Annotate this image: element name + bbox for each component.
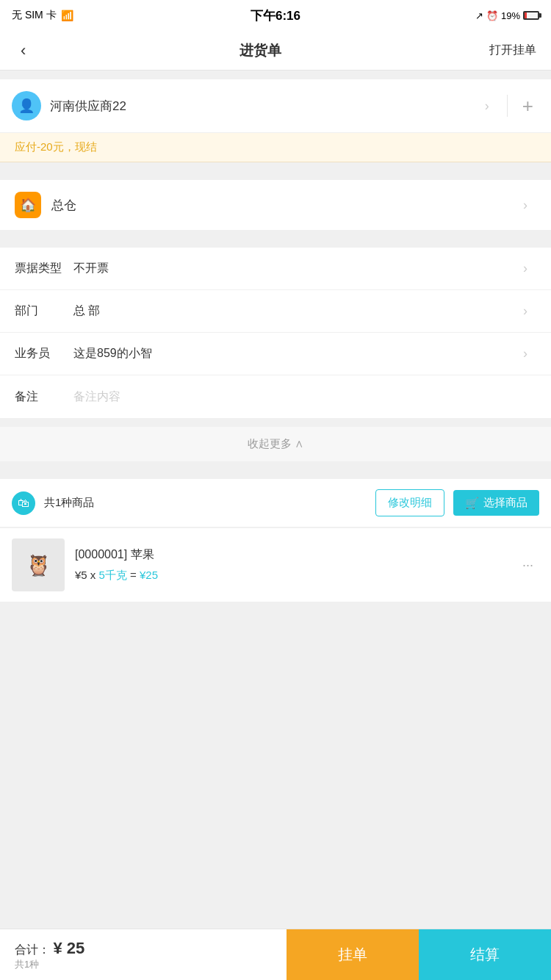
gap-4 xyxy=(0,461,551,470)
battery-icon xyxy=(523,11,539,20)
product-more-button[interactable]: ··· xyxy=(516,555,539,576)
invoice-label: 票据类型 xyxy=(15,261,73,276)
salesperson-label: 业务员 xyxy=(15,346,73,361)
warehouse-section: 🏠 总仓 › xyxy=(0,180,551,230)
bag-icon: 🛍 xyxy=(18,497,29,510)
warning-text: 应付-20元，现结 xyxy=(15,140,97,153)
warehouse-name: 总仓 xyxy=(51,197,523,214)
warehouse-chevron-icon: › xyxy=(523,198,527,213)
collapse-label: 收起更多 ∧ xyxy=(248,437,303,450)
products-icon: 🛍 xyxy=(12,491,35,515)
products-header: 🛍 共1种商品 修改明细 🛒 选择商品 xyxy=(0,479,551,527)
product-code: [0000001] 苹果 xyxy=(75,548,154,561)
status-right: ↗ ⏰ 19% xyxy=(475,10,539,21)
content-area: 👤 河南供应商22 › + 应付-20元，现结 🏠 总仓 › 票据类型 不开票 … xyxy=(0,71,551,660)
add-supplier-button[interactable]: + xyxy=(516,92,539,120)
total-count: 共1种 xyxy=(15,958,272,971)
bottom-bar: 合计： ¥ 25 共1种 挂单 结算 xyxy=(0,929,551,980)
form-section: 票据类型 不开票 › 部门 总 部 › 业务员 这是859的小智 › 备注 备注… xyxy=(0,248,551,418)
supplier-divider xyxy=(507,95,508,117)
warehouse-icon: 🏠 xyxy=(15,192,41,218)
back-button[interactable]: ‹ xyxy=(15,35,32,66)
select-product-button[interactable]: 🛒 选择商品 xyxy=(453,490,539,516)
battery-percent: 19% xyxy=(501,10,520,21)
total-value: ¥ 25 xyxy=(53,939,84,957)
owl-icon: 🦉 xyxy=(26,553,51,577)
salesperson-value: 这是859的小智 xyxy=(73,346,523,361)
dept-chevron-icon: › xyxy=(523,303,527,319)
cart-icon: 🛒 xyxy=(465,497,479,510)
location-icon: ↗ xyxy=(475,10,483,21)
carrier-label: 无 SIM 卡 xyxy=(12,9,57,22)
status-time: 下午6:16 xyxy=(251,7,300,24)
supplier-chevron-icon: › xyxy=(485,98,489,114)
product-info: [0000001] 苹果 ¥5 x 5千克 = ¥25 xyxy=(75,547,506,583)
equals: = xyxy=(127,569,140,581)
supplier-section: 👤 河南供应商22 › + xyxy=(0,79,551,133)
modify-detail-button[interactable]: 修改明细 xyxy=(375,489,444,516)
avatar-icon: 👤 xyxy=(18,98,35,114)
total-section: 合计： ¥ 25 共1种 xyxy=(0,939,287,971)
product-thumbnail: 🦉 xyxy=(12,538,65,591)
remark-placeholder: 备注内容 xyxy=(73,389,536,405)
select-product-label: 选择商品 xyxy=(483,496,527,510)
wifi-icon: 📶 xyxy=(61,10,73,21)
product-price: ¥5 x 5千克 = ¥25 xyxy=(75,569,506,583)
supplier-row[interactable]: 👤 河南供应商22 › xyxy=(12,79,498,132)
products-count: 共1种商品 xyxy=(44,496,367,510)
page-title: 进货单 xyxy=(240,41,281,60)
status-bar: 无 SIM 卡 📶 下午6:16 ↗ ⏰ 19% xyxy=(0,0,551,31)
unit-price: ¥5 x xyxy=(75,569,99,581)
quantity: 5千克 xyxy=(99,569,127,581)
total-amount: 合计： ¥ 25 xyxy=(15,939,272,958)
total-label: 合计： xyxy=(15,943,50,956)
warning-banner: 应付-20元，现结 xyxy=(0,133,551,162)
pend-button[interactable]: 挂单 xyxy=(287,929,419,981)
nav-bar: ‹ 进货单 打开挂单 xyxy=(0,31,551,71)
checkout-button[interactable]: 结算 xyxy=(419,929,551,981)
product-item: 🦉 [0000001] 苹果 ¥5 x 5千克 = ¥25 ··· xyxy=(0,528,551,602)
gap-1 xyxy=(0,71,551,79)
dept-value: 总 部 xyxy=(73,303,523,319)
invoice-value: 不开票 xyxy=(73,261,523,276)
remark-row[interactable]: 备注 备注内容 xyxy=(0,375,551,418)
invoice-row[interactable]: 票据类型 不开票 › xyxy=(0,248,551,290)
gap-3 xyxy=(0,230,551,239)
alarm-icon: ⏰ xyxy=(486,10,498,21)
collapse-button[interactable]: 收起更多 ∧ xyxy=(0,427,551,461)
warehouse-row[interactable]: 🏠 总仓 › xyxy=(0,180,551,230)
invoice-chevron-icon: › xyxy=(523,261,527,276)
supplier-name: 河南供应商22 xyxy=(50,98,485,115)
salesperson-row[interactable]: 业务员 这是859的小智 › xyxy=(0,333,551,375)
salesperson-chevron-icon: › xyxy=(523,346,527,361)
supplier-avatar: 👤 xyxy=(12,91,41,120)
total-price: ¥25 xyxy=(140,569,158,581)
dept-row[interactable]: 部门 总 部 › xyxy=(0,290,551,333)
open-pending-button[interactable]: 打开挂单 xyxy=(489,43,536,58)
remark-label: 备注 xyxy=(15,389,73,405)
dept-label: 部门 xyxy=(15,303,73,319)
product-name: [0000001] 苹果 xyxy=(75,547,506,563)
gap-2 xyxy=(0,162,551,171)
status-left: 无 SIM 卡 📶 xyxy=(12,9,73,22)
